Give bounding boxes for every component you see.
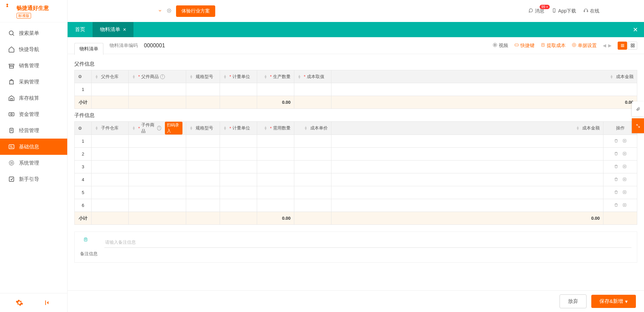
child-col-gear[interactable]: ⚙ bbox=[75, 122, 92, 135]
sidebar-item-9[interactable]: 新手引导 bbox=[0, 171, 67, 187]
child-row[interactable]: 5 bbox=[75, 186, 637, 199]
delete-row-icon[interactable] bbox=[614, 203, 618, 208]
parent-cell-amount[interactable] bbox=[331, 83, 637, 96]
info-icon[interactable]: ! bbox=[160, 74, 165, 79]
child-cell-unit[interactable] bbox=[220, 161, 257, 173]
child-cell-amount[interactable] bbox=[331, 173, 603, 186]
delete-row-icon[interactable] bbox=[614, 139, 618, 144]
sidebar-item-3[interactable]: 采购管理 bbox=[0, 74, 67, 90]
parent-col-unit[interactable]: ▲▼*计量单位 bbox=[220, 70, 257, 83]
child-cell-unit[interactable] bbox=[220, 173, 257, 186]
parent-col-warehouse[interactable]: ▲▼父件仓库 bbox=[92, 70, 129, 83]
child-cell-amount[interactable] bbox=[331, 161, 603, 173]
child-cell-unitcost[interactable] bbox=[294, 173, 331, 186]
shortcut-link[interactable]: 快捷键 bbox=[514, 43, 535, 49]
parent-col-product[interactable]: ▲▼*父件商品! bbox=[129, 70, 186, 83]
scan-badge[interactable]: 扫码录入 bbox=[165, 122, 182, 135]
child-row[interactable]: 1 bbox=[75, 135, 637, 148]
child-cell-product[interactable] bbox=[129, 199, 186, 212]
sidebar-item-4[interactable]: 库存核算 bbox=[0, 90, 67, 106]
child-cell-unit[interactable] bbox=[220, 199, 257, 212]
delete-row-icon[interactable] bbox=[614, 190, 618, 195]
extract-cost-link[interactable]: 提取成本 bbox=[541, 43, 566, 49]
child-cell-qty[interactable] bbox=[257, 186, 294, 199]
add-row-icon[interactable] bbox=[622, 151, 627, 157]
child-cell-spec[interactable] bbox=[186, 199, 220, 212]
child-cell-warehouse[interactable] bbox=[92, 199, 129, 212]
child-cell-warehouse[interactable] bbox=[92, 148, 129, 161]
sidebar-item-0[interactable]: 搜索菜单 bbox=[0, 25, 67, 41]
child-cell-product[interactable] bbox=[129, 148, 186, 161]
child-cell-qty[interactable] bbox=[257, 199, 294, 212]
child-cell-unitcost[interactable] bbox=[294, 161, 331, 173]
child-cell-amount[interactable] bbox=[331, 199, 603, 212]
promo-button[interactable]: 体验行业方案 bbox=[176, 5, 215, 17]
sidebar-item-8[interactable]: 系统管理 bbox=[0, 155, 67, 171]
sidebar-item-1[interactable]: 快捷导航 bbox=[0, 41, 67, 57]
child-col-spec[interactable]: ▲▼规格型号 bbox=[186, 122, 220, 135]
child-cell-unit[interactable] bbox=[220, 186, 257, 199]
parent-cell-qty[interactable] bbox=[257, 83, 294, 96]
document-tab[interactable]: 物料清单 bbox=[74, 43, 103, 55]
close-tab-icon[interactable]: × bbox=[123, 27, 126, 33]
sidebar-item-5[interactable]: 资金管理 bbox=[0, 106, 67, 122]
sidebar-item-2[interactable]: 销售管理 bbox=[0, 57, 67, 74]
child-cell-product[interactable] bbox=[129, 135, 186, 148]
messages-button[interactable]: 消息 99 + bbox=[528, 8, 544, 14]
child-cell-qty[interactable] bbox=[257, 148, 294, 161]
parent-cell-costsrc[interactable] bbox=[294, 83, 331, 96]
child-cell-warehouse[interactable] bbox=[92, 173, 129, 186]
child-cell-qty[interactable] bbox=[257, 135, 294, 148]
child-cell-qty[interactable] bbox=[257, 161, 294, 173]
child-col-qty[interactable]: ▲▼*需用数量 bbox=[257, 122, 294, 135]
delete-row-icon[interactable] bbox=[614, 151, 618, 157]
parent-cell-product[interactable] bbox=[129, 83, 186, 96]
tab-home[interactable]: 首页 bbox=[68, 22, 93, 37]
add-row-icon[interactable] bbox=[622, 139, 627, 144]
delete-row-icon[interactable] bbox=[614, 177, 618, 183]
child-cell-qty[interactable] bbox=[257, 173, 294, 186]
view-list-button[interactable] bbox=[618, 42, 627, 50]
child-cell-unitcost[interactable] bbox=[294, 148, 331, 161]
attachment-tab[interactable] bbox=[632, 101, 644, 116]
sidebar-item-7[interactable]: 基础信息 bbox=[0, 139, 67, 155]
child-cell-spec[interactable] bbox=[186, 173, 220, 186]
add-row-icon[interactable] bbox=[622, 177, 627, 183]
add-row-icon[interactable] bbox=[622, 203, 627, 208]
remark-input[interactable]: 请输入备注信息 bbox=[104, 237, 631, 248]
parent-col-qty[interactable]: ▲▼*生产数量 bbox=[257, 70, 294, 83]
parent-col-amount[interactable]: ▲▼成本金额 bbox=[331, 70, 637, 83]
save-new-button[interactable]: 保存&新增 ▾ bbox=[591, 295, 636, 308]
close-all-tabs-icon[interactable]: ✕ bbox=[630, 25, 641, 35]
video-link[interactable]: 视频 bbox=[493, 43, 508, 49]
child-cell-unit[interactable] bbox=[220, 148, 257, 161]
org-selector[interactable] bbox=[74, 8, 162, 14]
view-card-button[interactable] bbox=[628, 42, 637, 50]
info-icon[interactable]: ! bbox=[157, 126, 161, 130]
child-cell-unitcost[interactable] bbox=[294, 135, 331, 148]
child-cell-product[interactable] bbox=[129, 186, 186, 199]
prev-doc-icon[interactable]: ◀ bbox=[603, 43, 606, 48]
child-cell-product[interactable] bbox=[129, 173, 186, 186]
child-col-unit[interactable]: ▲▼*计量单位 bbox=[220, 122, 257, 135]
child-row[interactable]: 4 bbox=[75, 173, 637, 186]
child-cell-amount[interactable] bbox=[331, 135, 603, 148]
add-row-icon[interactable] bbox=[622, 190, 627, 195]
child-row[interactable]: 2 bbox=[75, 148, 637, 161]
online-support-button[interactable]: 在线 bbox=[584, 8, 599, 14]
child-cell-spec[interactable] bbox=[186, 161, 220, 173]
parent-col-spec[interactable]: ▲▼规格型号 bbox=[186, 70, 220, 83]
child-cell-product[interactable] bbox=[129, 161, 186, 173]
child-col-warehouse[interactable]: ▲▼子件仓库 bbox=[92, 122, 129, 135]
parent-col-gear[interactable]: ⚙ bbox=[75, 70, 92, 83]
parent-cell-spec[interactable] bbox=[186, 83, 220, 96]
child-row[interactable]: 6 bbox=[75, 199, 637, 212]
next-doc-icon[interactable]: ▶ bbox=[608, 43, 612, 48]
child-col-unitcost[interactable]: ▲▼成本单价 bbox=[294, 122, 331, 135]
discard-button[interactable]: 放弃 bbox=[560, 294, 587, 308]
child-col-amount[interactable]: ▲▼成本金额 bbox=[331, 122, 603, 135]
child-cell-unitcost[interactable] bbox=[294, 199, 331, 212]
child-cell-warehouse[interactable] bbox=[92, 161, 129, 173]
child-cell-warehouse[interactable] bbox=[92, 186, 129, 199]
sidebar-item-6[interactable]: 经营管理 bbox=[0, 122, 67, 139]
